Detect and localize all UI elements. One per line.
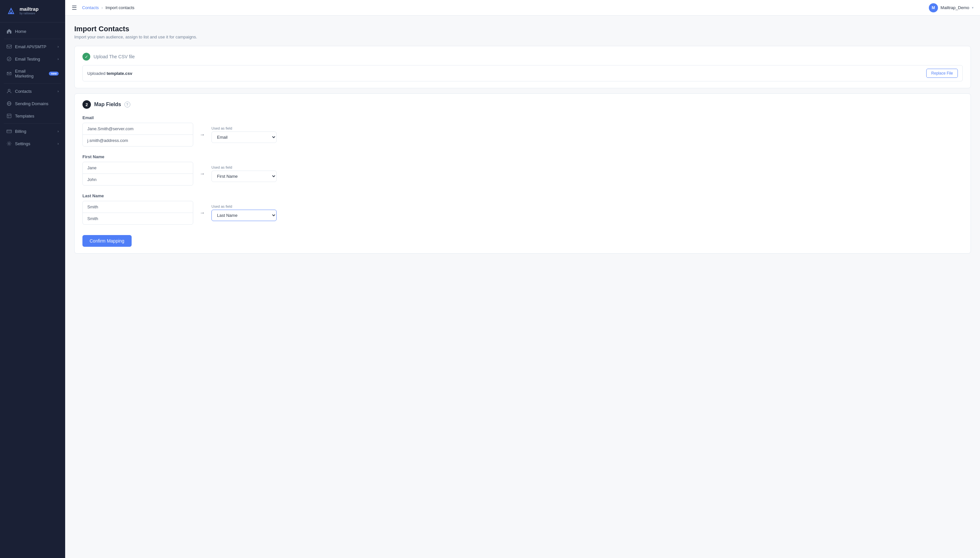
sidebar-item-label: Email Marketing <box>15 69 44 79</box>
svg-rect-3 <box>7 45 12 48</box>
hamburger-icon[interactable]: ☰ <box>72 4 77 11</box>
first-name-values: Jane John <box>82 162 193 185</box>
user-menu[interactable]: M Mailtrap_Demo ▾ <box>929 3 973 12</box>
chevron-right-icon: › <box>58 57 59 61</box>
first-name-field-select[interactable]: Email First Name Last Name Do not import <box>211 171 276 182</box>
sidebar-item-email-marketing[interactable]: Email Marketing new <box>1 66 64 82</box>
last-name-value-1: Smith <box>83 201 193 213</box>
chevron-right-icon: › <box>58 45 59 49</box>
breadcrumb: Contacts › Import contacts <box>82 5 135 10</box>
email-marketing-icon <box>7 71 12 76</box>
upload-card: ✓ Upload The CSV file Uploaded template.… <box>74 46 971 88</box>
email-api-icon <box>7 44 12 49</box>
confirm-mapping-button[interactable]: Confirm Mapping <box>82 235 132 247</box>
breadcrumb-separator: › <box>101 5 103 10</box>
last-name-value-2: Smith <box>83 213 193 224</box>
chevron-right-icon: › <box>58 130 59 133</box>
email-field-label: Email <box>82 115 963 120</box>
email-field-group: Email Jane.Smith@server.com j.smith@addr… <box>82 115 963 146</box>
first-name-field-group: First Name Jane John → Used as field Ema… <box>82 154 963 185</box>
sidebar: mailtrap by railsware Home Email API/SMT… <box>0 0 65 558</box>
main-content: ☰ Contacts › Import contacts M Mailtrap_… <box>65 0 980 558</box>
map-fields-header: 2 Map Fields ? <box>82 100 963 109</box>
logo-sub: by railsware <box>20 11 38 16</box>
svg-point-5 <box>8 89 10 91</box>
check-circle-icon: ✓ <box>82 53 90 61</box>
page-subtitle: Import your own audience, assign to list… <box>74 34 971 39</box>
sidebar-item-settings[interactable]: Settings › <box>1 138 64 149</box>
email-value-2: j.smith@address.com <box>83 135 193 146</box>
sidebar-item-label: Email API/SMTP <box>15 44 46 49</box>
map-fields-title: Map Fields <box>94 102 121 107</box>
email-used-as-label: Used as field <box>211 126 276 130</box>
sidebar-item-label: Contacts <box>15 89 31 94</box>
email-value-1: Jane.Smith@server.com <box>83 123 193 135</box>
svg-point-4 <box>7 57 11 61</box>
last-name-field-select[interactable]: Email First Name Last Name Do not import <box>211 210 276 221</box>
email-select-wrap: Used as field Email First Name Last Name… <box>211 126 276 143</box>
sidebar-item-sending-domains[interactable]: Sending Domains <box>1 98 64 109</box>
sidebar-item-label: Email Testing <box>15 57 40 62</box>
breadcrumb-current-page: Import contacts <box>105 5 135 10</box>
first-name-mapping-row: Jane John → Used as field Email First Na… <box>82 162 963 185</box>
chevron-down-icon: ▾ <box>972 6 973 10</box>
upload-title: Upload The CSV file <box>94 54 135 59</box>
last-name-values: Smith Smith <box>82 201 193 225</box>
home-icon <box>7 29 12 34</box>
nav-divider <box>4 83 61 84</box>
arrow-right-icon: → <box>200 210 205 216</box>
email-values: Jane.Smith@server.com j.smith@address.co… <box>82 123 193 146</box>
email-mapping-row: Jane.Smith@server.com j.smith@address.co… <box>82 123 963 146</box>
last-name-field-label: Last Name <box>82 194 963 198</box>
file-name: template.csv <box>107 71 132 76</box>
sidebar-item-label: Home <box>15 29 26 34</box>
help-icon[interactable]: ? <box>125 102 130 107</box>
sidebar-item-label: Settings <box>15 141 30 146</box>
avatar: M <box>929 3 938 12</box>
svg-rect-12 <box>7 130 12 133</box>
upload-header: ✓ Upload The CSV file <box>82 53 963 61</box>
svg-point-14 <box>8 143 10 144</box>
sidebar-item-contacts[interactable]: Contacts › <box>1 85 64 97</box>
breadcrumb-contacts-link[interactable]: Contacts <box>82 5 99 10</box>
sidebar-item-label: Templates <box>15 113 34 118</box>
first-name-field-label: First Name <box>82 154 963 159</box>
nav-divider <box>4 123 61 124</box>
first-name-value-1: Jane <box>83 162 193 174</box>
sidebar-item-label: Billing <box>15 129 26 134</box>
sidebar-item-home[interactable]: Home <box>1 25 64 37</box>
new-badge: new <box>49 72 59 75</box>
logo-icon <box>5 5 17 17</box>
contacts-icon <box>7 89 12 94</box>
upload-file-text: Uploaded template.csv <box>87 71 132 76</box>
sidebar-item-email-api-smtp[interactable]: Email API/SMTP › <box>1 41 64 53</box>
last-name-select-wrap: Used as field Email First Name Last Name… <box>211 204 276 221</box>
upload-file-row: Uploaded template.csv Replace File <box>82 65 963 81</box>
nav-divider <box>4 39 61 39</box>
billing-icon <box>7 129 12 134</box>
replace-file-button[interactable]: Replace File <box>926 69 958 78</box>
page-title: Import Contacts <box>74 25 971 33</box>
first-name-used-as-label: Used as field <box>211 166 276 169</box>
first-name-value-2: John <box>83 174 193 185</box>
svg-rect-9 <box>7 114 11 118</box>
last-name-mapping-row: Smith Smith → Used as field Email First … <box>82 201 963 225</box>
chevron-right-icon: › <box>58 90 59 93</box>
sidebar-item-email-testing[interactable]: Email Testing › <box>1 53 64 65</box>
email-field-select[interactable]: Email First Name Last Name Do not import <box>211 131 276 143</box>
step-badge: 2 <box>82 100 91 109</box>
sidebar-item-label: Sending Domains <box>15 101 49 106</box>
sending-domains-icon <box>7 101 12 106</box>
page-content: Import Contacts Import your own audience… <box>65 16 980 558</box>
sidebar-item-billing[interactable]: Billing › <box>1 125 64 137</box>
last-name-field-group: Last Name Smith Smith → Used as field Em… <box>82 194 963 225</box>
logo-name: mailtrap <box>20 7 38 11</box>
chevron-right-icon: › <box>58 142 59 146</box>
settings-icon <box>7 141 12 146</box>
first-name-select-wrap: Used as field Email First Name Last Name… <box>211 166 276 182</box>
logo: mailtrap by railsware <box>0 0 65 23</box>
user-name: Mailtrap_Demo <box>941 5 969 10</box>
email-testing-icon <box>7 56 12 62</box>
map-fields-card: 2 Map Fields ? Email Jane.Smith@server.c… <box>74 94 971 254</box>
sidebar-item-templates[interactable]: Templates <box>1 110 64 122</box>
